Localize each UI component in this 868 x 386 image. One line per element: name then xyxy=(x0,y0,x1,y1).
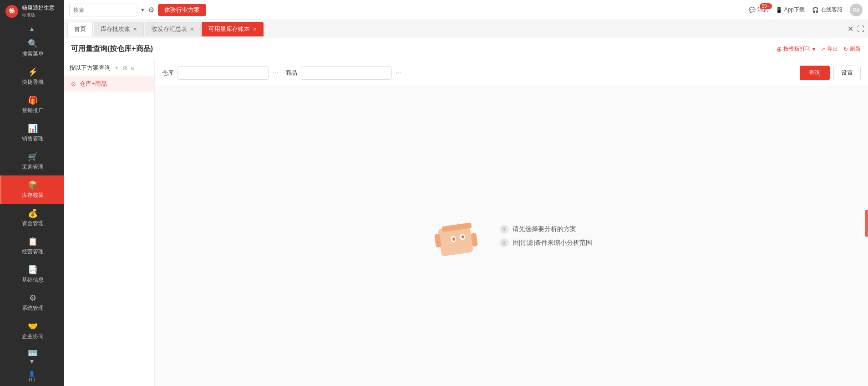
sidebar-item-label: 资金管理 xyxy=(22,220,44,227)
tabs-bar: 首页 库存批次账 ✕ 收发存汇总表 ✕ 可用量库存账本 ✕ ✕ ⛶ xyxy=(64,20,868,38)
query-button[interactable]: 查询 xyxy=(800,66,830,80)
refresh-button[interactable]: ↻ 刷新 xyxy=(843,45,861,53)
sidebar-item-label: 系统管理 xyxy=(22,304,44,312)
hint-label-1: 请先选择要分析的方案 xyxy=(513,225,576,233)
service-label: 在线客服 xyxy=(821,6,843,14)
dropdown-chevron-icon: ▾ xyxy=(141,6,144,13)
warehouse-filter-input[interactable] xyxy=(178,66,269,80)
tab-batch-close[interactable]: ✕ xyxy=(133,26,137,32)
sidebar-item-marketing[interactable]: 🎁 营销推广 xyxy=(0,91,64,119)
print-label: 按模板打印 xyxy=(783,45,811,53)
guide-icon: 🆕 xyxy=(28,350,38,356)
sidebar-item-label: 库存核算 xyxy=(22,191,44,199)
sidebar-item-label: 搜索菜单 xyxy=(22,50,44,58)
tab-summary[interactable]: 收发存汇总表 ✕ xyxy=(145,22,201,36)
message-badge: 99+ xyxy=(760,3,772,9)
sidebar-item-finance[interactable]: 💰 资金管理 xyxy=(0,204,64,232)
sidebar-item-sales[interactable]: 📊 销售管理 xyxy=(0,119,64,147)
topbar-right: 💬 消息 99+ 📱 App下载 🎧 在线客服 Rit xyxy=(749,4,863,16)
export-icon: ↗ xyxy=(821,46,825,52)
marketing-icon: 🎁 xyxy=(28,95,38,105)
quick-nav-icon: ⚡ xyxy=(28,67,38,77)
export-button[interactable]: ↗ 导出 xyxy=(821,45,838,53)
main-area: ▾ ⚙ 体验行业方案 💬 消息 99+ 📱 App下载 🎧 在线客服 Rit xyxy=(64,0,868,386)
tab-summary-close[interactable]: ✕ xyxy=(190,26,194,32)
right-panel: 仓库 ··· 商品 ··· 查询 设置 xyxy=(155,60,868,386)
scrollbar-indicator[interactable] xyxy=(865,210,868,237)
sidebar-item-label: 基础信息 xyxy=(22,276,44,284)
tab-close-all-button[interactable]: ✕ xyxy=(848,25,853,33)
add-scheme-button[interactable]: ＋ xyxy=(113,64,120,72)
empty-svg-icon xyxy=(431,209,485,263)
settings-scheme-button[interactable]: ⊕ xyxy=(122,64,128,72)
sidebar-logo: 畅 畅康通好生意 标准版 xyxy=(0,0,64,23)
empty-text: ① 请先选择要分析的方案 ② 用[过滤]条件来缩小分析范围 xyxy=(500,225,593,247)
online-service-button[interactable]: 🎧 在线客服 xyxy=(812,6,843,14)
sidebar-user[interactable]: 👤 Rit xyxy=(0,367,64,386)
warehouse-goods-icon: ⊙ xyxy=(71,81,76,87)
print-button[interactable]: 🖨 按模板打印 ▾ xyxy=(776,45,815,53)
app-edition: 标准版 xyxy=(22,12,55,18)
sidebar-item-label: 企业协同 xyxy=(22,333,44,340)
goods-filter-group: 商品 ··· xyxy=(285,66,401,80)
topbar-dropdown[interactable]: ▾ xyxy=(141,6,144,13)
sidebar-scroll-down[interactable]: ▼ xyxy=(0,356,64,367)
sidebar-item-system[interactable]: ⚙ 系统管理 xyxy=(0,288,64,317)
goods-filter-label: 商品 xyxy=(285,69,297,77)
page-header: 可用量查询(按仓库+商品) 🖨 按模板打印 ▾ ↗ 导出 ↻ 刷新 xyxy=(64,38,868,60)
sidebar-item-guide[interactable]: 🆕 新手引导 xyxy=(0,345,64,356)
sidebar-item-purchase[interactable]: 🛒 采购管理 xyxy=(0,147,64,175)
topbar-search-input[interactable] xyxy=(69,4,137,16)
sidebar-scroll-up[interactable]: ▲ xyxy=(0,23,64,34)
scheme-item-label: 仓库+商品 xyxy=(80,80,107,88)
trial-button[interactable]: 体验行业方案 xyxy=(158,4,206,16)
message-icon: 💬 xyxy=(749,7,756,13)
refresh-icon: ↻ xyxy=(843,46,848,52)
left-panel: 按以下方案查询 ＋ ⊕ « ⊙ 仓库+商品 xyxy=(64,60,155,386)
tab-home[interactable]: 首页 xyxy=(67,22,93,36)
page-header-right: 🖨 按模板打印 ▾ ↗ 导出 ↻ 刷新 xyxy=(776,45,861,53)
sidebar-item-label: 快捷导航 xyxy=(22,78,44,86)
topbar: ▾ ⚙ 体验行业方案 💬 消息 99+ 📱 App下载 🎧 在线客服 Rit xyxy=(64,0,868,20)
tab-available-close[interactable]: ✕ xyxy=(253,26,257,32)
sidebar-item-basic[interactable]: 📑 基础信息 xyxy=(0,260,64,288)
sidebar-item-enterprise[interactable]: 🤝 企业协同 xyxy=(0,317,64,345)
app-label: App下载 xyxy=(784,6,805,14)
export-label: 导出 xyxy=(827,45,838,53)
goods-filter-more[interactable]: ··· xyxy=(396,69,401,77)
tab-available[interactable]: 可用量库存账本 ✕ xyxy=(202,22,264,36)
tab-batch[interactable]: 库存批次账 ✕ xyxy=(94,22,144,36)
avatar[interactable]: Rit xyxy=(850,4,863,16)
content-area: 按以下方案查询 ＋ ⊕ « ⊙ 仓库+商品 仓库 ··· 商品 xyxy=(64,60,868,386)
app-download-button[interactable]: 📱 App下载 xyxy=(776,6,805,14)
collapse-panel-button[interactable]: « xyxy=(131,64,134,72)
message-button[interactable]: 💬 消息 99+ xyxy=(749,6,768,14)
sidebar-item-quick-nav[interactable]: ⚡ 快捷导航 xyxy=(0,62,64,91)
refresh-label: 刷新 xyxy=(850,45,861,53)
tab-expand-button[interactable]: ⛶ xyxy=(857,25,864,33)
scheme-item-warehouse-goods[interactable]: ⊙ 仓库+商品 xyxy=(64,76,154,92)
filter-row: 仓库 ··· 商品 ··· 查询 设置 xyxy=(155,60,868,86)
goods-filter-input[interactable] xyxy=(301,66,392,80)
tabs-bar-right: ✕ ⛶ xyxy=(848,25,864,33)
warehouse-filter-group: 仓库 ··· xyxy=(162,66,278,80)
sidebar-item-search[interactable]: 🔍 搜索菜单 xyxy=(0,34,64,62)
scheme-header-label: 按以下方案查询 xyxy=(69,64,111,72)
gear-icon[interactable]: ⚙ xyxy=(148,5,154,14)
tab-batch-label: 库存批次账 xyxy=(101,25,130,33)
sidebar-nav: 🔍 搜索菜单 ⚡ 快捷导航 🎁 营销推广 📊 销售管理 🛒 采购管理 📦 库存核… xyxy=(0,34,64,356)
user-icon: 👤 xyxy=(29,371,35,377)
search-icon: 🔍 xyxy=(28,39,38,49)
basic-icon: 📑 xyxy=(28,265,38,275)
tab-available-label: 可用量库存账本 xyxy=(208,25,250,33)
warehouse-filter-more[interactable]: ··· xyxy=(272,69,278,77)
phone-icon: 📱 xyxy=(776,7,782,13)
sales-icon: 📊 xyxy=(28,124,38,134)
sidebar-item-inventory[interactable]: 📦 库存核算 xyxy=(0,175,64,204)
sidebar-item-operation[interactable]: 📋 经营管理 xyxy=(0,232,64,260)
hint-label-2: 用[过滤]条件来缩小分析范围 xyxy=(513,239,593,247)
empty-state: ① 请先选择要分析的方案 ② 用[过滤]条件来缩小分析范围 xyxy=(155,86,868,386)
filter-actions: 查询 设置 xyxy=(800,66,861,80)
empty-hint-1: ① 请先选择要分析的方案 xyxy=(500,225,593,234)
settings-button[interactable]: 设置 xyxy=(833,66,861,80)
